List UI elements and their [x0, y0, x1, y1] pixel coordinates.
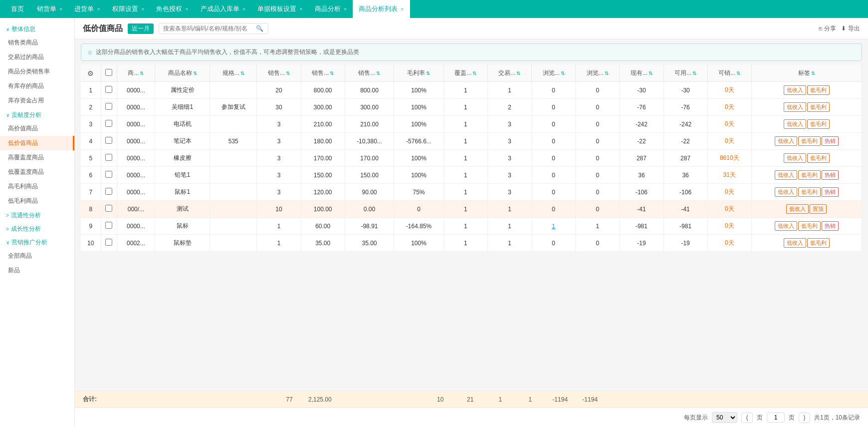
th-code[interactable]: 商...⇅	[117, 65, 155, 82]
sidebar-item-低毛利商品[interactable]: 低毛利商品	[0, 194, 74, 208]
nav-close-0[interactable]: ×	[59, 6, 62, 12]
row-browse2: 0	[576, 235, 620, 252]
share-button[interactable]: ⎋ 分享	[819, 24, 836, 33]
nav-item-0[interactable]: 销货单 ×	[31, 0, 68, 18]
row-name[interactable]: 鼠标垫	[155, 235, 210, 252]
nav-item-5[interactable]: 单据模板设置 ×	[251, 0, 308, 18]
th-gross[interactable]: 毛利率⇅	[394, 65, 444, 82]
sidebar-item-全部商品[interactable]: 全部商品	[0, 249, 74, 263]
sidebar-group-营销推广分析[interactable]: ∨ 营销推广分析	[0, 235, 74, 249]
export-button[interactable]: ⬇ 导出	[841, 24, 860, 33]
row-checkbox[interactable]	[105, 171, 112, 178]
row-qty: 3	[257, 133, 301, 150]
row-checkbox[interactable]	[105, 188, 112, 195]
th-name[interactable]: 商品名称⇅	[155, 65, 210, 82]
row-browse1[interactable]: 1	[532, 218, 576, 235]
search-input[interactable]	[163, 25, 253, 32]
nav-item-1[interactable]: 进货单 ×	[68, 0, 106, 18]
row-qty: 20	[257, 82, 301, 99]
select-all-checkbox[interactable]	[105, 69, 112, 76]
per-page-select[interactable]: 50 100	[712, 412, 737, 423]
row-available: 36	[663, 167, 707, 184]
nav-close-5[interactable]: ×	[299, 6, 302, 12]
row-checkbox[interactable]	[105, 239, 112, 246]
row-checkbox[interactable]	[105, 120, 112, 127]
row-name[interactable]: 电话机	[155, 116, 210, 133]
nav-close-6[interactable]: ×	[344, 6, 347, 12]
th-available[interactable]: 可用...⇅	[663, 65, 707, 82]
nav-item-6[interactable]: 商品分析 ×	[309, 0, 353, 18]
next-page-button[interactable]: ⟩	[799, 413, 810, 423]
nav-close-3[interactable]: ×	[185, 6, 188, 12]
sidebar-item-有库存的商品[interactable]: 有库存的商品	[0, 79, 74, 93]
th-spec[interactable]: 规格...⇅	[210, 65, 257, 82]
row-checkbox[interactable]	[105, 222, 112, 229]
sidebar-group-贡献度分析[interactable]: ∨ 贡献度分析	[0, 108, 74, 121]
nav-home[interactable]: 首页	[4, 0, 31, 18]
th-transaction[interactable]: 交易...⇅	[487, 65, 531, 82]
sidebar-item-销售类商品[interactable]: 销售类商品	[0, 35, 74, 50]
sidebar-group-整体信息[interactable]: ∨ 整体信息	[0, 22, 74, 35]
row-name[interactable]: 鼠标1	[155, 184, 210, 201]
sidebar-item-高毛利商品[interactable]: 高毛利商品	[0, 179, 74, 194]
row-checkbox[interactable]	[105, 154, 112, 161]
th-browse1[interactable]: 浏览...⇅	[532, 65, 576, 82]
sidebar-item-低覆盖度商品[interactable]: 低覆盖度商品	[0, 165, 74, 179]
nav-item-2[interactable]: 权限设置 ×	[106, 0, 150, 18]
info-icon: ☆	[87, 49, 93, 56]
row-name[interactable]: 测试	[155, 201, 210, 218]
th-browse2[interactable]: 浏览...⇅	[576, 65, 620, 82]
th-sale1[interactable]: 销售...⇅	[257, 65, 301, 82]
th-sale2[interactable]: 销售...⇅	[301, 65, 345, 82]
page-number-input[interactable]	[767, 413, 785, 423]
row-name[interactable]: 吴细细1	[155, 99, 210, 116]
nav-close-4[interactable]: ×	[242, 6, 245, 12]
search-icon[interactable]: 🔍	[256, 25, 263, 32]
time-filter-badge[interactable]: 近一月	[128, 23, 154, 34]
row-coverage: 1	[443, 150, 487, 167]
sidebar-group-流通性分析[interactable]: > 流通性分析	[0, 208, 74, 222]
tag: 低毛利	[807, 153, 830, 163]
th-sellable[interactable]: 可销...⇅	[707, 65, 751, 82]
chevron-down-icon: ∨	[6, 240, 9, 245]
th-gear[interactable]: ⚙	[81, 65, 101, 82]
nav-item-7[interactable]: 商品分析列表 ×	[353, 0, 410, 18]
row-coverage: 1	[443, 167, 487, 184]
th-sale3[interactable]: 销售...⇅	[345, 65, 394, 82]
row-available: -76	[663, 99, 707, 116]
row-name[interactable]: 橡皮擦	[155, 150, 210, 167]
row-code: 0000...	[117, 99, 155, 116]
sort-icon: ⇅	[193, 70, 197, 76]
th-tags[interactable]: 标签⇅	[751, 65, 862, 82]
nav-close-1[interactable]: ×	[97, 6, 100, 12]
sidebar-group-成长性分析[interactable]: > 成长性分析	[0, 222, 74, 235]
row-name[interactable]: 笔记本	[155, 133, 210, 150]
row-stock: -981	[620, 218, 663, 235]
sidebar-item-交易过的商品[interactable]: 交易过的商品	[0, 50, 74, 64]
browse-link[interactable]: 1	[552, 223, 555, 230]
row-checkbox[interactable]	[105, 103, 112, 110]
sidebar-item-库存资金占用[interactable]: 库存资金占用	[0, 93, 74, 108]
row-checkbox[interactable]	[105, 137, 112, 144]
th-coverage[interactable]: 覆盖...⇅	[443, 65, 487, 82]
first-page-button[interactable]: ⟨	[741, 413, 753, 423]
nav-item-3[interactable]: 角色授权 ×	[150, 0, 194, 18]
row-name[interactable]: 鼠标	[155, 218, 210, 235]
sidebar-item-高覆盖度商品[interactable]: 高覆盖度商品	[0, 150, 74, 165]
settings-icon[interactable]: ⚙	[87, 69, 94, 77]
nav-close-7[interactable]: ×	[401, 6, 404, 12]
th-stock[interactable]: 现有...⇅	[620, 65, 663, 82]
sidebar-item-新品[interactable]: 新品	[0, 263, 74, 278]
row-name[interactable]: 铅笔1	[155, 167, 210, 184]
sidebar-item-高价值商品[interactable]: 高价值商品	[0, 121, 74, 136]
row-checkbox[interactable]	[105, 205, 112, 212]
nav-item-4[interactable]: 产成品入库单 ×	[195, 0, 251, 18]
row-checkbox[interactable]	[105, 86, 112, 93]
row-name[interactable]: 属性定价	[155, 82, 210, 99]
table-row: 10 0002... 鼠标垫 1 35.00 35.00 100% 1 1 0 …	[81, 235, 862, 252]
sidebar-item-低价值商品[interactable]: 低价值商品	[0, 136, 74, 150]
row-checkbox-cell	[101, 99, 117, 116]
sidebar-item-商品分类销售率[interactable]: 商品分类销售率	[0, 64, 74, 79]
nav-close-2[interactable]: ×	[141, 6, 144, 12]
row-days: 8610天	[707, 150, 751, 167]
